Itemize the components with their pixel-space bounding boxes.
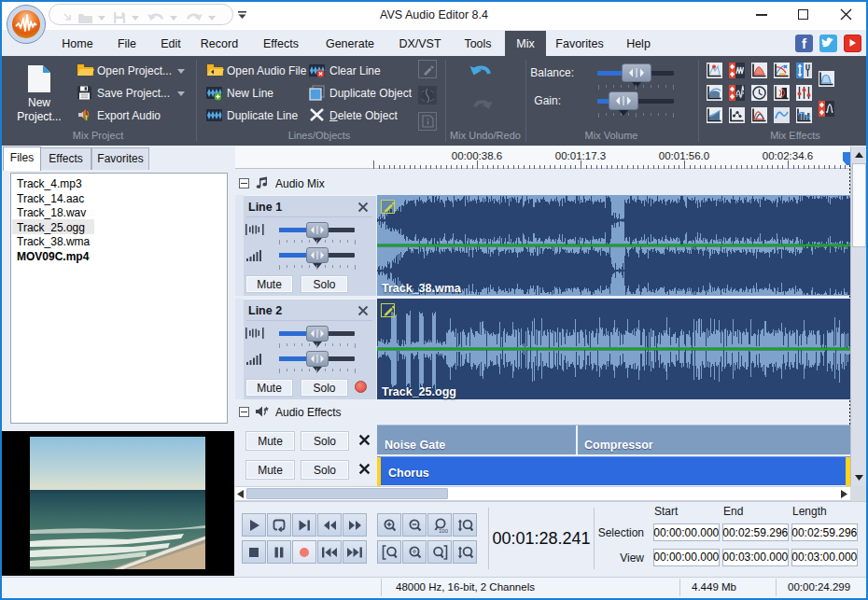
svg-text:100: 100: [439, 527, 448, 533]
